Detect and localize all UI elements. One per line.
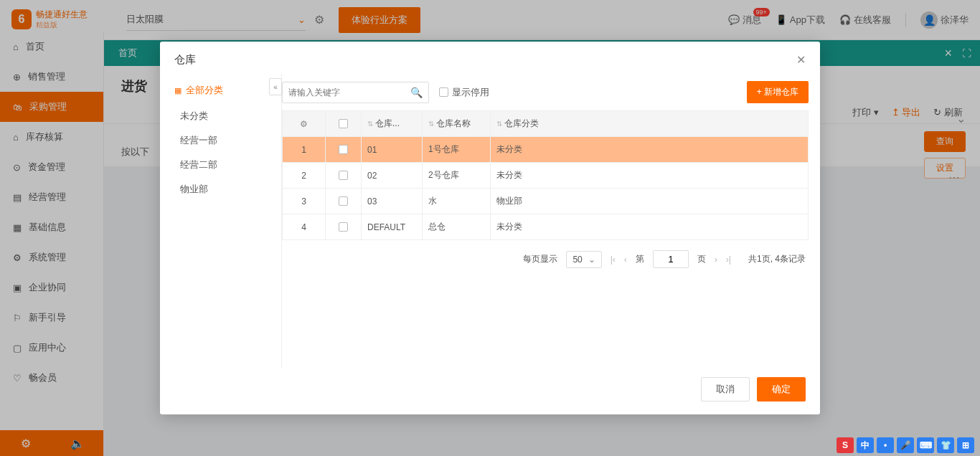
ime-tools-icon[interactable]: ⊞ <box>957 437 974 453</box>
warehouse-modal: 仓库 ✕ « ▦ 全部分类 未分类经营一部经营二部物业部 🔍 <box>160 42 820 414</box>
cancel-button[interactable]: 取消 <box>701 377 750 402</box>
cell-code: 03 <box>362 189 423 214</box>
modal-close-icon[interactable]: ✕ <box>796 53 806 67</box>
cell-checkbox[interactable] <box>326 137 362 162</box>
page-next-icon[interactable]: › <box>715 255 717 265</box>
checkbox-icon <box>339 171 348 180</box>
checkbox-icon <box>439 87 448 97</box>
cell-name: 1号仓库 <box>423 137 491 162</box>
sort-icon: ⇅ <box>428 120 434 128</box>
category-item-0[interactable]: 未分类 <box>160 104 281 128</box>
col-name[interactable]: ⇅仓库名称 <box>423 111 491 136</box>
add-warehouse-button[interactable]: + 新增仓库 <box>747 81 809 103</box>
ime-punct[interactable]: • <box>877 437 894 453</box>
page-prev-icon[interactable]: ‹ <box>624 255 627 265</box>
modal-overlay: 仓库 ✕ « ▦ 全部分类 未分类经营一部经营二部物业部 🔍 <box>0 0 980 456</box>
category-item-1[interactable]: 经营一部 <box>160 128 281 153</box>
ime-toolbar: S 中 • 🎤 ⌨ 👕 ⊞ <box>837 437 974 453</box>
cell-code: DEFAULT <box>362 214 423 239</box>
cell-code: 01 <box>362 137 423 162</box>
show-disabled-checkbox[interactable]: 显示停用 <box>439 86 489 99</box>
warehouse-table: ⚙ ⇅仓库... ⇅仓库名称 ⇅仓库分类 1 01 1号仓库 未分类 2 02 … <box>282 110 809 240</box>
cell-name: 总仓 <box>423 214 491 239</box>
table-row[interactable]: 1 01 1号仓库 未分类 <box>283 136 808 162</box>
table-row[interactable]: 2 02 2号仓库 未分类 <box>283 162 808 188</box>
grid-icon: ▦ <box>174 86 182 95</box>
cell-checkbox[interactable] <box>326 189 362 214</box>
cell-checkbox[interactable] <box>326 163 362 188</box>
page-prefix: 第 <box>636 253 644 265</box>
cell-category: 物业部 <box>491 189 808 214</box>
page-first-icon[interactable]: |‹ <box>611 255 616 265</box>
ime-mic-icon[interactable]: 🎤 <box>897 437 914 453</box>
cell-index: 4 <box>283 214 326 239</box>
category-all[interactable]: ▦ 全部分类 <box>160 77 281 104</box>
ime-keyboard-icon[interactable]: ⌨ <box>917 437 934 453</box>
category-item-3[interactable]: 物业部 <box>160 177 281 201</box>
per-page-select[interactable]: 50 ⌄ <box>566 251 601 268</box>
gear-icon: ⚙ <box>300 119 308 129</box>
cell-index: 3 <box>283 189 326 214</box>
cell-name: 2号仓库 <box>423 163 491 188</box>
cell-category: 未分类 <box>491 137 808 162</box>
ime-skin-icon[interactable]: 👕 <box>937 437 954 453</box>
sidebar-collapse-handle[interactable]: « <box>269 78 282 95</box>
modal-title: 仓库 <box>174 53 196 67</box>
col-category[interactable]: ⇅仓库分类 <box>491 111 808 136</box>
search-input-wrapper[interactable]: 🔍 <box>282 82 429 103</box>
sort-icon: ⇅ <box>367 120 373 128</box>
cell-category: 未分类 <box>491 163 808 188</box>
sort-icon: ⇅ <box>496 120 502 128</box>
table-row[interactable]: 4 DEFAULT 总仓 未分类 <box>283 214 808 239</box>
chevron-down-icon: ⌄ <box>588 255 595 265</box>
col-gear[interactable]: ⚙ <box>283 111 326 136</box>
cell-checkbox[interactable] <box>326 214 362 239</box>
table-row[interactable]: 3 03 水 物业部 <box>283 188 808 214</box>
confirm-button[interactable]: 确定 <box>757 377 806 402</box>
checkbox-icon <box>339 196 348 206</box>
ime-logo[interactable]: S <box>837 437 854 453</box>
cell-category: 未分类 <box>491 214 808 239</box>
cell-name: 水 <box>423 189 491 214</box>
search-icon[interactable]: 🔍 <box>410 87 423 98</box>
checkbox-icon <box>339 119 348 128</box>
col-select-all[interactable] <box>326 111 362 136</box>
col-code[interactable]: ⇅仓库... <box>362 111 423 136</box>
ime-lang[interactable]: 中 <box>857 437 874 453</box>
checkbox-icon <box>339 222 348 232</box>
checkbox-icon <box>339 145 348 154</box>
cell-index: 1 <box>283 137 326 162</box>
category-item-2[interactable]: 经营二部 <box>160 153 281 177</box>
per-page-label: 每页显示 <box>523 253 557 265</box>
page-suffix: 页 <box>697 253 706 265</box>
page-last-icon[interactable]: ›| <box>726 255 731 265</box>
page-input[interactable] <box>653 250 689 268</box>
cell-index: 2 <box>283 163 326 188</box>
page-summary: 共1页, 4条记录 <box>748 253 806 265</box>
cell-code: 02 <box>362 163 423 188</box>
search-input[interactable] <box>288 87 410 98</box>
